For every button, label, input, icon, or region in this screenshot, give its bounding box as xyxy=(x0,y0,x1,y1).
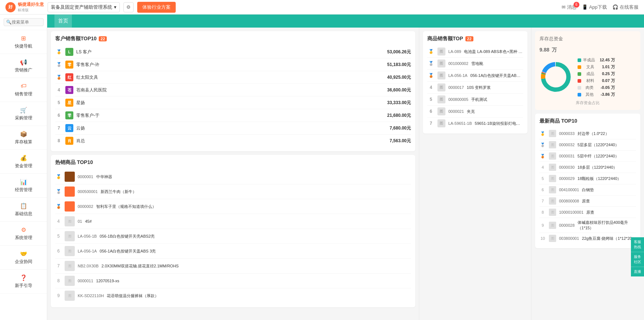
new-rank: 9 xyxy=(539,223,546,227)
new-product-row[interactable]: 7 图 000800008 原查 xyxy=(539,196,636,207)
product-name: 056-1A白色按键开关盖ABS 3壳 xyxy=(470,73,523,78)
sidebar-item-system[interactable]: ⚙ 系统管理 xyxy=(0,222,47,246)
new-product-row[interactable]: 9 图 0000028 体碱嘉枝味苏打饮品400毫升（1*15） xyxy=(539,218,636,233)
hot-product-row[interactable]: 9 图 KK-SD22110H 花语萌值温分腿裤袜（厚款） xyxy=(55,288,411,303)
online-service-label: 在线客服 xyxy=(620,4,639,11)
top-product-row[interactable]: 4 图 0000017 10S 变料罗浆 xyxy=(427,82,523,94)
hot-product-row[interactable]: 5 图 LA-056-1B 056-1B白色按键开关壳ABS2壳 xyxy=(55,229,411,244)
new-product-row[interactable]: 🥉 图 0000031 5层中纤（1220*2440） xyxy=(539,151,636,162)
new-rank: 🥉 xyxy=(539,154,546,159)
hot-name: 056-1A白色按键开关盖ABS 3壳 xyxy=(100,249,411,254)
float-btn-customer-service[interactable]: 客服热线 xyxy=(631,237,644,252)
float-btn-service-community[interactable]: 服务社区 xyxy=(631,252,644,267)
donut-sub: 库存资金占比 xyxy=(539,100,636,106)
product-code: LA-056-1A xyxy=(448,73,468,78)
hot-product-row[interactable]: 🥈 000500001 新西兰牛肉（新牛） xyxy=(55,184,411,199)
sidebar-item-inventory[interactable]: 📦 库存核算 xyxy=(0,126,47,150)
inventory-value: 9.88 万 xyxy=(539,44,636,54)
new-name: 原查 xyxy=(582,198,636,204)
new-product-row[interactable]: 4 图 0000030 18多层（1220*2440） xyxy=(539,162,636,173)
product-thumbnail: 图 xyxy=(65,231,75,241)
top-product-row[interactable]: 🥈 图 001000002 雪地靴 xyxy=(427,58,523,70)
customer-row[interactable]: 🥈 零 零售客户-许 51,183.00元 xyxy=(55,58,411,71)
legend-item: 半成品 12.45 万 xyxy=(578,57,615,63)
search-input[interactable] xyxy=(12,20,41,25)
customer-avatar: 苍 xyxy=(65,86,73,94)
newest-products-card: 最新商品 TOP10 🥇 图 0000033 封边带（1.0*22） 🥈 图 0… xyxy=(535,114,640,248)
product-name: 雪地靴 xyxy=(471,61,523,66)
new-product-row[interactable]: 8 图 10000100001 原查 xyxy=(539,207,636,218)
search-input-wrap[interactable]: 🔍 xyxy=(4,18,44,26)
search-menu-item[interactable]: 🔍 xyxy=(0,15,47,30)
phone-icon: 📱 xyxy=(582,4,588,10)
system-select[interactable]: 装备及固定资产辅助管理系统 ▾ xyxy=(48,2,120,12)
new-thumb: 图 xyxy=(549,141,556,148)
rank-number: 5 xyxy=(427,97,435,102)
sidebar-item-sales[interactable]: 🏷 销售管理 xyxy=(0,78,47,102)
customer-row[interactable]: 4 苍 苍南县人民医院 36,600.00元 xyxy=(55,84,411,97)
float-btn-live[interactable]: 直播 xyxy=(631,267,644,276)
legend-value: 12.45 万 xyxy=(600,57,615,63)
hot-rank: 9 xyxy=(55,293,62,298)
hot-rank: 🥉 xyxy=(55,204,62,209)
new-rank: 🥈 xyxy=(539,143,546,147)
new-name: 18颗粒板（1220*2440） xyxy=(578,176,636,181)
message-badge: 6 xyxy=(574,2,579,8)
customer-name: 零售客户-于 xyxy=(76,112,384,119)
app-download-button[interactable]: 📱 App下载 xyxy=(582,4,607,11)
top-product-row[interactable]: 🥇 图 LA-089 电池盖 LA-089 ABS本色+黑种 7.1克 xyxy=(427,46,523,58)
rank-number: 4 xyxy=(55,87,62,93)
trial-button[interactable]: 体验行业方案 xyxy=(137,2,176,13)
sidebar-item-guide[interactable]: ❓ 新手引导 xyxy=(0,270,47,294)
online-service-button[interactable]: 🎧 在线客服 xyxy=(612,4,639,11)
top-product-row[interactable]: 6 图 0000021 夹克 xyxy=(427,106,523,118)
rank-number: 6 xyxy=(55,113,62,118)
customer-row[interactable]: 🥇 L LS 客户 53,006.26元 xyxy=(55,46,411,58)
customer-row[interactable]: 5 星 星扬 33,333.00元 xyxy=(55,97,411,109)
new-product-row[interactable]: 🥈 图 0000032 5层多层（1220*2440） xyxy=(539,139,636,151)
top-product-row[interactable]: 🥉 图 LA-056-1A 056-1A白色按键开关盖ABS 3壳 xyxy=(427,70,523,82)
top-products-label: 商品销售额TOP xyxy=(427,36,463,42)
new-code: 004100001 xyxy=(559,188,579,192)
legend-label: 材料 xyxy=(586,78,594,83)
new-product-row[interactable]: 6 图 004100001 白钢垫 xyxy=(539,184,636,196)
hot-code: NB2.0X30B xyxy=(78,264,98,268)
new-product-row[interactable]: 5 图 0000029 18颗粒板（1220*2440） xyxy=(539,173,636,184)
sidebar-item-quick-nav[interactable]: ⊞ 快捷导航 xyxy=(0,30,47,54)
customer-avatar: 零 xyxy=(65,61,73,69)
customer-row[interactable]: 8 肖 肖总 7,563.00元 xyxy=(55,135,411,147)
product-thumbnail xyxy=(65,172,75,182)
gear-icon: ⚙ xyxy=(126,4,131,10)
settings-button[interactable]: ⚙ xyxy=(123,2,134,12)
new-code: 0000033 xyxy=(559,131,575,136)
message-button[interactable]: ✉ 消息 6 xyxy=(562,4,576,11)
sidebar-item-collab[interactable]: 🤝 企业协同 xyxy=(0,246,47,270)
float-buttons: 客服热线 服务社区 直播 xyxy=(631,237,644,276)
rank-number: 7 xyxy=(55,126,62,131)
hot-name: 12070519-xs xyxy=(96,279,411,283)
new-name: 体碱嘉枝味苏打饮品400毫升（1*15） xyxy=(578,220,636,231)
top-product-row[interactable]: 7 图 LA-59651-1B 59651-1B旋转投影灯电池盒 ABS黑色+5… xyxy=(427,118,523,129)
hot-code: 0000001 xyxy=(78,175,93,179)
customer-row[interactable]: 6 零 零售客户-于 21,680.00元 xyxy=(55,109,411,122)
hot-code: 0000002 xyxy=(78,204,93,209)
hot-product-row[interactable]: 8 图 0000011 12070519-xs xyxy=(55,274,411,288)
sidebar-item-purchase[interactable]: 🛒 采购管理 xyxy=(0,102,47,126)
hot-product-row[interactable]: 7 图 NB2.0X30B 2.0X30MM双搓花轴.搓花直径2.1MM/ROH… xyxy=(55,259,411,274)
hot-product-row[interactable]: 🥇 0000001 中华神器 xyxy=(55,169,411,184)
sidebar-item-marketing[interactable]: 📢 营销推广 xyxy=(0,54,47,78)
sidebar-item-finance[interactable]: 💰 资金管理 xyxy=(0,150,47,174)
hot-product-row[interactable]: 6 图 LA-056-1A 056-1A白色按键开关盖ABS 3壳 xyxy=(55,244,411,259)
product-code: 000800005 xyxy=(448,97,468,102)
customer-row[interactable]: 7 云 云扬 7,680.00元 xyxy=(55,122,411,135)
hot-product-row[interactable]: 4 图 01 45# xyxy=(55,214,411,229)
tab-home[interactable]: 首页 xyxy=(54,15,72,28)
new-product-row[interactable]: 10 图 003800001 22g鱼豆腐·烧烤味（1*12*20） xyxy=(539,233,636,244)
sidebar-item-basic-info[interactable]: 📋 基础信息 xyxy=(0,198,47,222)
new-product-row[interactable]: 🥇 图 0000033 封边带（1.0*22） xyxy=(539,128,636,139)
sidebar-item-business[interactable]: 📊 经营管理 xyxy=(0,174,47,198)
sidebar: 🔍 ⊞ 快捷导航 📢 营销推广 🏷 销售管理 🛒 采购管理 📦 库存核算 💰 资… xyxy=(0,15,47,320)
top-product-row[interactable]: 5 图 000800005 手机测试 xyxy=(427,94,523,106)
hot-product-row[interactable]: 🥉 0000002 智利车子里（规格不知道填什么） xyxy=(55,199,411,214)
customer-row[interactable]: 🥉 红 红太阳文具 40,925.00元 xyxy=(55,71,411,84)
